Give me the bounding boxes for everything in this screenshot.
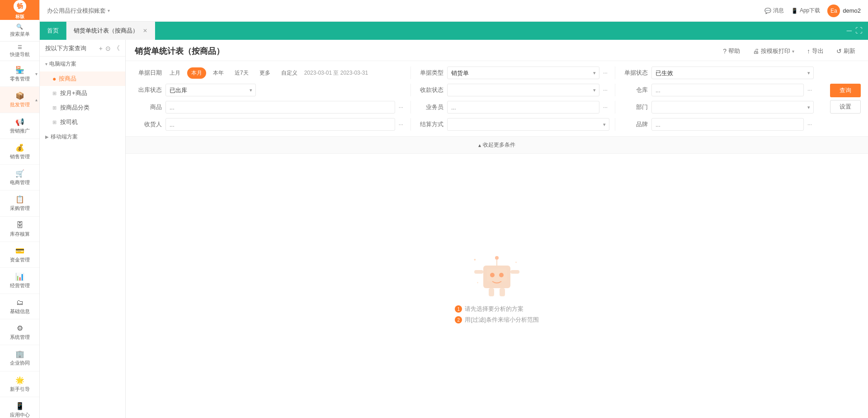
search-label: 搜索菜单: [3, 31, 37, 38]
doctype-more-btn[interactable]: ···: [601, 70, 609, 76]
warehouse-input[interactable]: [651, 84, 804, 96]
brand-more-btn[interactable]: ···: [806, 121, 814, 128]
stockstatus-select[interactable]: 已出库: [165, 84, 256, 96]
warehouse-more-btn[interactable]: ···: [806, 87, 814, 93]
goods-input[interactable]: [165, 101, 395, 114]
stockstatus-select-wrapper: 已出库: [165, 84, 256, 96]
doctype-select[interactable]: 销货单: [447, 66, 599, 79]
enterprise-icon: 🏢: [15, 350, 24, 358]
sidebar-item-purchase-label: 采购管理: [10, 205, 30, 211]
sidebar-item-newbie[interactable]: 🌟 新手引导: [0, 371, 39, 397]
receiver-more-btn[interactable]: ···: [397, 121, 405, 128]
sidebar-item-system[interactable]: ⚙ 系统管理: [0, 319, 39, 345]
sidebar-item-purchase[interactable]: 📋 采购管理: [0, 190, 39, 216]
left-panel-header: 按以下方案查询 + ⊙ 《: [40, 40, 125, 57]
query-buttons: 查询 设置: [830, 84, 861, 114]
docstatus-select[interactable]: 已生效: [651, 66, 814, 79]
paymentstatus-more-btn[interactable]: ···: [601, 87, 609, 93]
scheme-item-driver[interactable]: ⊞ 按司机: [40, 115, 125, 129]
phone-icon: 📱: [791, 8, 798, 14]
app-download-label: App下载: [800, 7, 820, 14]
export-btn[interactable]: ↑ 导出: [803, 45, 827, 57]
messages-btn[interactable]: 💬 消息: [764, 7, 784, 14]
settlement-select[interactable]: [447, 118, 609, 131]
sidebar-item-ecommerce-label: 电商管理: [10, 179, 30, 185]
doctype-select-wrapper: 销货单: [447, 66, 599, 79]
sidebar-item-marketing[interactable]: 📢 营销推广: [0, 113, 39, 139]
query-btn[interactable]: 查询: [830, 84, 861, 97]
content-pane: 按以下方案查询 + ⊙ 《 ▾ 电脑端方案 ● 按商品 ⊞ 按月: [40, 40, 868, 418]
quick-nav-btn[interactable]: ☰ 快捷导航: [0, 42, 39, 61]
top-header: 办公用品行业模拟账套 ▾ 💬 消息 📱 App下载 Ea demo2: [40, 0, 868, 22]
sidebar-item-wholesale[interactable]: 📦 批发管理 ▴: [0, 87, 39, 113]
setting-btn[interactable]: 设置: [830, 100, 861, 114]
user-profile[interactable]: Ea demo2: [827, 5, 861, 17]
goods-more-btn[interactable]: ···: [397, 104, 405, 110]
sidebar-item-appcenter[interactable]: 📱 应用中心: [0, 397, 39, 418]
scheme-item-driver-label: 按司机: [60, 118, 78, 126]
appcenter-icon: 📱: [15, 402, 24, 410]
sidebar-item-inventory[interactable]: 🗄 库存核算: [0, 217, 39, 242]
help-btn[interactable]: ? 帮助: [719, 45, 744, 57]
sidebar-item-retail[interactable]: 🏪 零售管理 ▾: [0, 61, 39, 87]
dept-select-wrapper: [651, 101, 814, 114]
date-this-month-btn[interactable]: 本月: [187, 67, 206, 79]
maximize-icon[interactable]: ⛶: [855, 27, 863, 35]
scheme-item-by-goods[interactable]: ● 按商品: [40, 71, 125, 86]
tab-close-icon[interactable]: ✕: [143, 28, 147, 34]
workspace-selector[interactable]: 办公用品行业模拟账套 ▾: [47, 7, 110, 15]
paymentstatus-select[interactable]: [447, 84, 599, 96]
salesman-more-btn[interactable]: ···: [601, 104, 609, 110]
svg-rect-1: [487, 269, 507, 281]
app-logo[interactable]: 畅 标版: [0, 0, 39, 20]
sidebar-item-operations[interactable]: 📊 经营管理: [0, 268, 39, 294]
template-print-btn[interactable]: 🖨 按模板打印 ▾: [749, 45, 798, 57]
add-scheme-btn[interactable]: +: [99, 45, 103, 52]
sidebar-item-sales[interactable]: 💰 销售管理: [0, 139, 39, 165]
workspace-name: 办公用品行业模拟账套: [47, 7, 106, 15]
receiver-input[interactable]: [165, 118, 395, 131]
bell-icon: 💬: [764, 8, 771, 14]
sub-icon-2: ⊞: [52, 105, 57, 111]
newbie-icon: 🌟: [15, 376, 24, 385]
settings-scheme-btn[interactable]: ⊙: [105, 45, 111, 52]
right-panel: 销货单统计表（按商品） ? 帮助 🖨 按模板打印 ▾ ↑ 导出: [126, 40, 868, 418]
collapse-btn[interactable]: ▴ 收起更多条件: [473, 139, 521, 151]
search-menu-btn[interactable]: 🔍 搜索菜单: [0, 20, 39, 42]
app-download-btn[interactable]: 📱 App下载: [791, 7, 820, 14]
sidebar-item-finance[interactable]: 💳 资金管理: [0, 242, 39, 268]
sidebar-item-ecommerce[interactable]: 🛒 电商管理: [0, 165, 39, 190]
sidebar-item-newbie-label: 新手引导: [10, 386, 30, 392]
date-this-year-btn[interactable]: 本年: [209, 67, 228, 79]
sidebar-item-enterprise[interactable]: 🏢 企业协同: [0, 345, 39, 371]
scheme-item-category[interactable]: ⊞ 按商品分类: [40, 100, 125, 115]
collapse-panel-btn[interactable]: 《: [113, 44, 120, 52]
sub-icon-3: ⊞: [52, 119, 57, 125]
svg-rect-8: [489, 288, 494, 296]
purchase-icon: 📋: [15, 195, 24, 204]
filter-brand-field: 品牌 ···: [621, 118, 814, 131]
dept-select[interactable]: [651, 101, 814, 114]
filter-receiver-field: 收货人 ···: [135, 118, 405, 131]
scheme-group-desktop[interactable]: ▾ 电脑端方案: [40, 57, 125, 71]
salesman-input[interactable]: [447, 101, 599, 114]
tab-active[interactable]: 销货单统计表（按商品） ✕: [66, 22, 155, 40]
stockstatus-label: 出库状态: [135, 86, 162, 94]
help-label: 帮助: [728, 47, 740, 55]
svg-text:✦: ✦: [476, 281, 479, 284]
sidebar-item-basics[interactable]: 🗂 基础信息: [0, 294, 39, 319]
tab-home[interactable]: 首页: [40, 22, 66, 40]
ecommerce-icon: 🛒: [15, 169, 24, 178]
scheme-item-month-goods[interactable]: ⊞ 按月+商品: [40, 86, 125, 100]
divider-1: [410, 66, 411, 79]
divider-5: [410, 101, 411, 114]
collapse-label: 收起更多条件: [483, 141, 515, 149]
refresh-btn[interactable]: ↺ 刷新: [833, 45, 859, 57]
date-last-month-btn[interactable]: 上月: [165, 67, 184, 79]
date-custom-btn[interactable]: 自定义: [277, 67, 302, 79]
brand-input[interactable]: [651, 118, 804, 131]
minimize-icon[interactable]: ─: [847, 27, 852, 35]
scheme-group-mobile[interactable]: ▶ 移动端方案: [40, 129, 125, 144]
date-7days-btn[interactable]: 近7天: [231, 67, 253, 79]
date-more-btn[interactable]: 更多: [255, 67, 274, 79]
